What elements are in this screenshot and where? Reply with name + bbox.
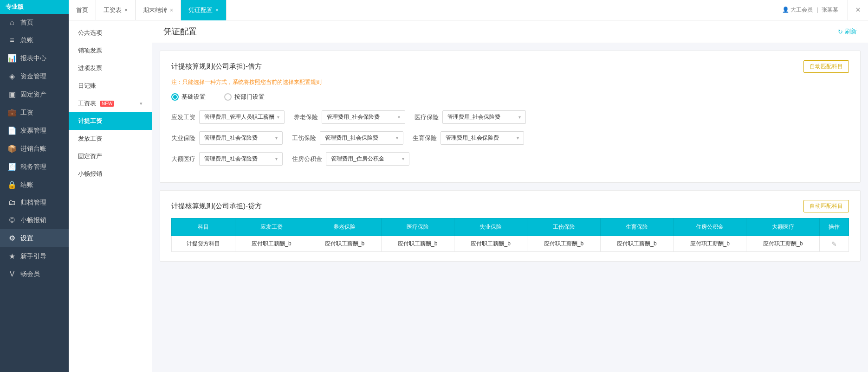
auto-match-credit-button[interactable]: 自动匹配科目 <box>803 200 849 212</box>
left-nav-calc-salary[interactable]: 计提工资 <box>69 112 152 130</box>
left-nav: 公共选项 销项发票 进项发票 日记账 工资表 NEW ▾ 计提工资 发放工资 <box>69 20 152 372</box>
auto-match-debit-button[interactable]: 自动匹配科目 <box>803 60 849 73</box>
sidebar-item-stock[interactable]: 📦 进销台账 <box>0 140 69 158</box>
select-birth-value: 管理费用_社会保险费 <box>446 134 499 142</box>
table-header-row: 科目 应发工资 养老保险 医疗保险 失业保险 工伤保险 生育保险 住房公积金 大… <box>172 218 849 236</box>
tab-salary-table-close[interactable]: × <box>124 7 128 13</box>
select-salary[interactable]: 管理费用_管理人员职工薪酬 ▾ <box>199 110 285 124</box>
th-housing: 住房公积金 <box>674 218 746 236</box>
window-close-btn[interactable]: × <box>848 0 868 20</box>
select-housing[interactable]: 管理费用_住房公积金 ▾ <box>326 152 409 166</box>
td-subject: 计提贷方科目 <box>172 236 235 252</box>
asset-icon: ▣ <box>7 90 17 99</box>
sidebar-item-vip[interactable]: V 畅会员 <box>0 265 69 283</box>
sidebar-item-close[interactable]: 🔒 结账 <box>0 176 69 194</box>
field-birth: 生育保险 管理费用_社会保险费 ▾ <box>413 131 524 145</box>
sidebar-item-asset[interactable]: ▣ 固定资产 <box>0 85 69 103</box>
sidebar-item-salary[interactable]: 💼 工资 <box>0 103 69 122</box>
invoice-icon: 📄 <box>7 126 17 135</box>
field-housing: 住房公积金 管理费用_住房公积金 ▾ <box>292 152 409 166</box>
label-housing: 住房公积金 <box>292 155 322 163</box>
sidebar-item-home[interactable]: ⌂ 首页 <box>0 14 69 32</box>
left-nav-public[interactable]: 公共选项 <box>69 24 152 42</box>
section1-header: 计提核算规则(公司承担)-借方 自动匹配科目 <box>171 60 849 73</box>
content-area: 公共选项 销项发票 进项发票 日记账 工资表 NEW ▾ 计提工资 发放工资 <box>69 20 868 372</box>
select-pension[interactable]: 管理费用_社会保险费 ▾ <box>322 110 405 124</box>
left-nav-purchase-invoice[interactable]: 进项发票 <box>69 59 152 77</box>
label-medical: 医疗保险 <box>415 113 439 122</box>
left-nav-salary-table[interactable]: 工资表 NEW ▾ <box>69 95 152 112</box>
close-account-icon: 🔒 <box>7 180 17 189</box>
form-row-1: 应发工资 管理费用_管理人员职工薪酬 ▾ 养老保险 管理费用_社会保险费 ▾ <box>171 110 849 124</box>
select-unemployment[interactable]: 管理费用_社会保险费 ▾ <box>199 131 283 145</box>
select-pension-arrow: ▾ <box>398 115 400 120</box>
select-birth[interactable]: 管理费用_社会保险费 ▾ <box>440 131 524 145</box>
sidebar-item-tax[interactable]: 🧾 税务管理 <box>0 158 69 176</box>
select-injury-arrow: ▾ <box>396 135 398 141</box>
edit-icon[interactable]: ✎ <box>831 240 837 248</box>
td-action[interactable]: ✎ <box>819 236 849 252</box>
tab-voucher-config[interactable]: 凭证配置 × <box>181 0 227 20</box>
sidebar-item-report[interactable]: 📊 报表中心 <box>0 49 69 67</box>
sidebar-label-vip: 畅会员 <box>20 270 40 278</box>
radio-basic-indicator <box>171 93 179 101</box>
th-injury: 工伤保险 <box>527 218 600 236</box>
tab-salary-table-label: 工资表 <box>104 6 122 14</box>
sidebar-label-tax: 税务管理 <box>20 163 46 171</box>
select-housing-arrow: ▾ <box>402 156 404 161</box>
label-extra-medical: 大额医疗 <box>171 155 195 163</box>
refresh-label: 刷新 <box>845 27 857 36</box>
select-birth-arrow: ▾ <box>517 135 519 141</box>
left-nav-sales-invoice[interactable]: 销项发票 <box>69 42 152 59</box>
field-unemployment: 失业保险 管理费用_社会保险费 ▾ <box>171 131 283 145</box>
select-pension-value: 管理费用_社会保险费 <box>327 113 380 121</box>
settings-icon: ⚙ <box>7 234 17 243</box>
select-injury[interactable]: 管理费用_社会保险费 ▾ <box>320 131 403 145</box>
sidebar-label-report: 报表中心 <box>20 54 46 63</box>
tab-period-end[interactable]: 期末结转 × <box>136 0 181 20</box>
radio-dept-label: 按部门设置 <box>234 93 265 101</box>
tab-home[interactable]: 首页 <box>69 0 96 20</box>
tab-salary-table[interactable]: 工资表 × <box>96 0 136 20</box>
label-birth: 生育保险 <box>413 134 437 142</box>
field-medical: 医疗保险 管理费用_社会保险费 ▾ <box>415 110 526 124</box>
radio-dept-indicator <box>224 93 232 101</box>
tab-period-end-close[interactable]: × <box>170 7 173 13</box>
table-row: 计提贷方科目 应付职工薪酬_b 应付职工薪酬_b 应付职工薪酬_b 应付职工薪酬… <box>172 236 849 252</box>
th-unemployment: 失业保险 <box>454 218 527 236</box>
select-medical-value: 管理费用_社会保险费 <box>447 113 501 121</box>
select-extra-medical[interactable]: 管理费用_社会保险费 ▾ <box>199 152 283 166</box>
sidebar-label-settings: 设置 <box>20 234 33 243</box>
radio-basic[interactable]: 基础设置 <box>171 93 206 101</box>
sidebar-item-archive[interactable]: 🗂 归档管理 <box>0 194 69 212</box>
tab-voucher-config-close[interactable]: × <box>215 7 219 13</box>
select-unemployment-value: 管理费用_社会保险费 <box>204 134 258 142</box>
salary-icon: 💼 <box>7 108 17 117</box>
left-nav-fixed-asset[interactable]: 固定资产 <box>69 148 152 165</box>
archive-icon: 🗂 <box>7 199 17 207</box>
td-pension: 应付职工薪酬_b <box>308 236 381 252</box>
refresh-button[interactable]: ↻ 刷新 <box>838 27 857 36</box>
sidebar-item-settings[interactable]: ⚙ 设置 <box>0 229 69 247</box>
radio-department[interactable]: 按部门设置 <box>224 93 265 101</box>
sidebar-item-invoice[interactable]: 📄 发票管理 <box>0 122 69 140</box>
fund-icon: ◈ <box>7 72 17 81</box>
left-nav-xiaochang[interactable]: 小畅报销 <box>69 165 152 183</box>
left-nav-journal[interactable]: 日记账 <box>69 77 152 95</box>
th-salary: 应发工资 <box>235 218 308 236</box>
sidebar-item-guide[interactable]: ★ 新手引导 <box>0 247 69 265</box>
stock-icon: 📦 <box>7 144 17 153</box>
th-pension: 养老保险 <box>308 218 381 236</box>
sidebar-item-ledger[interactable]: ≡ 总账 <box>0 32 69 49</box>
left-nav-pay-salary[interactable]: 发放工资 <box>69 130 152 148</box>
sidebar-item-xiaochang-report[interactable]: © 小畅报销 <box>0 212 69 229</box>
td-medical: 应付职工薪酬_b <box>381 236 454 252</box>
refresh-icon: ↻ <box>838 28 843 35</box>
select-medical[interactable]: 管理费用_社会保险费 ▾ <box>442 110 526 124</box>
select-salary-value: 管理费用_管理人员职工薪酬 <box>204 113 274 121</box>
td-birth: 应付职工薪酬_b <box>600 236 673 252</box>
sidebar-item-fund[interactable]: ◈ 资金管理 <box>0 67 69 85</box>
section1-title: 计提核算规则(公司承担)-借方 <box>171 62 262 71</box>
radio-group-debit: 基础设置 按部门设置 <box>171 93 849 101</box>
expand-icon: ▾ <box>140 101 143 107</box>
